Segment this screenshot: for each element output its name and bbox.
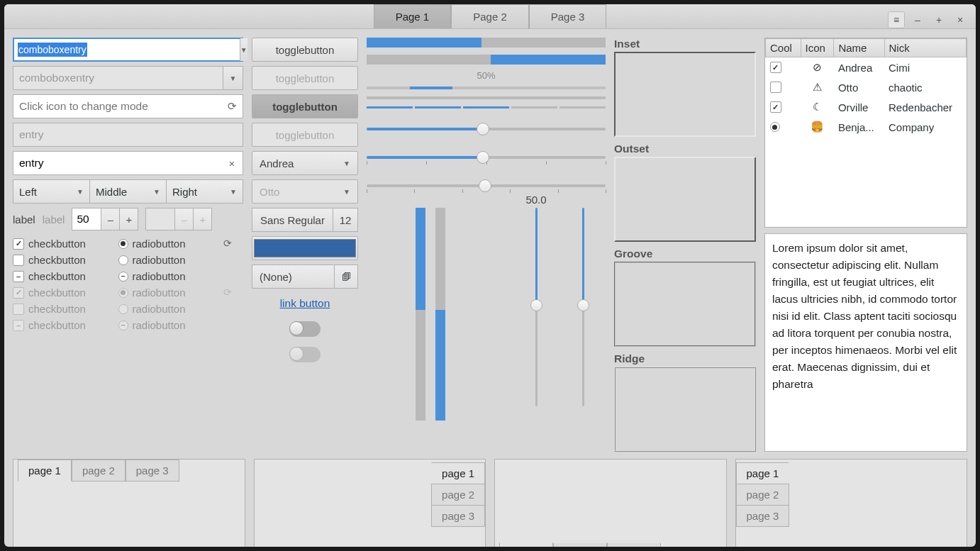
progressbar-4 (367, 96, 606, 99)
switch-1[interactable] (289, 321, 321, 337)
tab-page-1[interactable]: Page 1 (374, 4, 452, 28)
minimize-icon[interactable]: – (909, 11, 926, 28)
checkbutton-5: checkbutton (13, 303, 113, 315)
combo-right[interactable]: Right▼ (167, 179, 243, 204)
combobox-entry-2: ▼ (13, 66, 243, 90)
chevron-down-icon[interactable]: ▼ (240, 38, 247, 61)
nb-tab-3[interactable]: page 3 (607, 542, 661, 547)
hamburger-menu-icon[interactable]: ≡ (888, 11, 905, 28)
combo-otto: Otto▼ (252, 179, 358, 204)
vprogress-1 (416, 208, 425, 421)
tab-page-3[interactable]: Page 3 (529, 4, 607, 28)
label-1: label (13, 213, 35, 226)
file-open-icon[interactable]: 🗐 (334, 265, 358, 289)
vprogress-2 (435, 208, 445, 421)
frame-inset: Inset (614, 38, 756, 137)
column-name[interactable]: Name (834, 39, 884, 57)
levelbar-1 (367, 106, 606, 108)
spinner-icon: ⟳ (223, 286, 243, 299)
combo-left[interactable]: Left▼ (13, 179, 90, 204)
vscale-1[interactable]: 50.0 (529, 208, 543, 406)
frame-outset: Outset (614, 143, 756, 242)
checkbutton-3[interactable]: checkbutton (13, 270, 113, 282)
progressbar-2 (367, 55, 606, 65)
checkbutton-6: checkbutton (13, 319, 113, 331)
nb-tab-2[interactable]: page 2 (736, 484, 790, 506)
nb-tab-2[interactable]: page 2 (553, 542, 607, 547)
column-nick[interactable]: Nick (884, 39, 966, 57)
app-window: Page 1 Page 2 Page 3 ≡ – + × comboboxent… (4, 4, 976, 547)
tab-page-2[interactable]: Page 2 (451, 4, 529, 28)
checkbutton-1[interactable]: checkbutton (13, 238, 113, 250)
mode-entry[interactable]: ⟳ (13, 94, 243, 118)
color-button[interactable] (252, 236, 358, 260)
togglebutton-4: togglebutton (252, 123, 358, 147)
clear-icon[interactable]: × (221, 157, 243, 169)
checkbutton-4: checkbutton (13, 286, 113, 299)
notebook-bottom: page 1 page 2 page 3 (494, 459, 727, 547)
vscale-2[interactable] (576, 208, 590, 406)
refresh-icon[interactable]: ⟳ (221, 100, 243, 113)
nb-tab-1[interactable]: page 1 (18, 460, 72, 482)
togglebutton-1[interactable]: togglebutton (252, 38, 358, 62)
checkbutton-2[interactable]: checkbutton (13, 254, 113, 266)
notebook-left: page 1 page 2 page 3 (735, 459, 968, 547)
nb-tab-3[interactable]: page 3 (431, 505, 485, 527)
combo-andrea[interactable]: Andrea▼ (252, 151, 358, 175)
frame-groove: Groove (614, 247, 756, 347)
table-row[interactable]: 🍔Benja...Company (766, 117, 967, 137)
font-button[interactable]: Sans Regular 12 (252, 208, 358, 232)
header-tabs: Page 1 Page 2 Page 3 (374, 4, 607, 28)
link-button[interactable]: link button (252, 293, 358, 314)
table-row[interactable]: ⚠Ottochaotic (766, 77, 967, 97)
spinner-icon: ⟳ (223, 238, 243, 250)
textview[interactable]: Lorem ipsum dolor sit amet, consectetur … (764, 233, 967, 452)
titlebar: Page 1 Page 2 Page 3 ≡ – + × (4, 4, 976, 29)
radiobutton-6: radiobutton (118, 319, 218, 331)
table-row[interactable]: ⊘AndreaCimi (766, 57, 967, 78)
spin-minus: – (174, 208, 193, 230)
notebook-top: page 1 page 2 page 3 (13, 459, 245, 547)
table-row[interactable]: ☾OrvilleRedenbacher (766, 97, 967, 117)
spin-plus[interactable]: + (119, 208, 138, 230)
combobox-entry-1[interactable]: comboboxentry ▼ (13, 38, 243, 62)
nb-tab-3[interactable]: page 3 (736, 505, 790, 527)
progressbar-1 (367, 38, 606, 48)
progress-label: 50% (367, 70, 606, 81)
nb-tab-3[interactable]: page 3 (126, 460, 179, 482)
entry-clearable[interactable]: × (13, 151, 243, 175)
togglebutton-3[interactable]: togglebutton (252, 94, 358, 118)
hscale-3[interactable] (367, 178, 606, 192)
file-button[interactable]: (None) (252, 265, 334, 289)
hscale-1[interactable] (367, 121, 606, 135)
frame-ridge: Ridge (614, 352, 756, 452)
column-cool[interactable]: Cool (766, 39, 801, 57)
nb-tab-1[interactable]: page 1 (499, 542, 553, 547)
radiobutton-5: radiobutton (118, 303, 218, 315)
column-icon[interactable]: Icon (801, 39, 834, 57)
radiobutton-2[interactable]: radiobutton (118, 254, 218, 266)
radiobutton-1[interactable]: radiobutton (118, 238, 218, 250)
chevron-down-icon: ▼ (223, 67, 243, 89)
switch-2 (289, 347, 321, 362)
hscale-2[interactable] (367, 150, 606, 164)
spinbutton[interactable]: – + (72, 208, 138, 230)
spinbutton-disabled: – + (145, 208, 212, 230)
spin-plus: + (193, 208, 211, 230)
togglebutton-2: togglebutton (252, 66, 358, 90)
entry-disabled (13, 123, 243, 147)
notebook-right: page 1 page 2 page 3 (254, 459, 486, 547)
radiobutton-4: radiobutton (118, 286, 218, 299)
progressbar-3 (367, 87, 606, 89)
label-2: label (43, 213, 65, 226)
nb-tab-2[interactable]: page 2 (431, 484, 485, 506)
combo-middle[interactable]: Middle▼ (90, 179, 167, 204)
treeview[interactable]: Cool Icon Name Nick ⊘AndreaCimi ⚠Ottocha… (764, 38, 967, 228)
nb-tab-1[interactable]: page 1 (431, 462, 485, 484)
close-icon[interactable]: × (952, 11, 969, 28)
maximize-icon[interactable]: + (930, 11, 947, 28)
nb-tab-1[interactable]: page 1 (736, 462, 790, 484)
spin-minus[interactable]: – (101, 208, 119, 230)
radiobutton-3[interactable]: radiobutton (118, 270, 218, 282)
nb-tab-2[interactable]: page 2 (72, 460, 126, 482)
